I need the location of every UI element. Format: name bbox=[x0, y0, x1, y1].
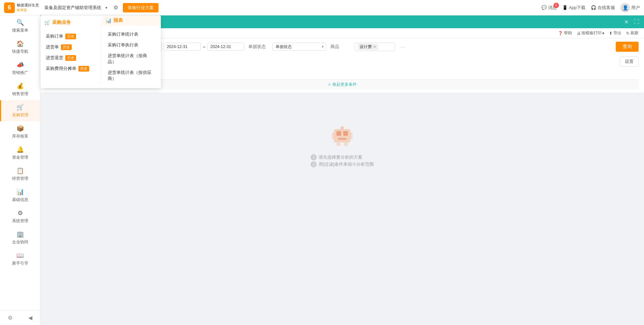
dropdown-item-incoming[interactable]: 进货单 历史 bbox=[44, 42, 95, 52]
empty-steps: 1 请先选择要分析的方案 2 用[过滤]条件来缩小分析范围 bbox=[311, 153, 373, 168]
print-btn[interactable]: 🖨 按模板打印 ▾ bbox=[577, 30, 604, 36]
print-dropdown-icon: ▾ bbox=[602, 31, 604, 36]
svg-rect-2 bbox=[343, 131, 348, 136]
sidebar-item-basic-info[interactable]: 📊 基础信息 bbox=[0, 185, 40, 206]
help-label: 帮助 bbox=[564, 30, 572, 36]
dropdown-item-incoming-stat-supplier[interactable]: 进货单统计表（按供应商） bbox=[106, 67, 157, 84]
goods-tag-text: 设计费 bbox=[360, 44, 372, 50]
incoming-history: 历史 bbox=[61, 44, 72, 50]
sidebar-item-marketing[interactable]: 📣 营销推广 bbox=[0, 58, 40, 79]
sidebar-item-system[interactable]: ⚙ 系统管理 bbox=[0, 206, 40, 227]
date-start-input[interactable] bbox=[164, 43, 201, 51]
toolbar-right: 查询 bbox=[616, 42, 639, 52]
svg-rect-1 bbox=[336, 131, 341, 136]
app-download-label: App下载 bbox=[569, 5, 585, 11]
purchase-icon: 🛒 bbox=[16, 104, 24, 111]
bill-status-select[interactable]: 单据状态 bbox=[273, 43, 326, 51]
purchase-dropdown: 🛒 采购业务 采购订单 历史 进货单 历史 进货退货 历史 采购费用分摊单 历史 bbox=[40, 15, 161, 88]
enterprise-icon: 🏢 bbox=[16, 231, 24, 238]
system-dropdown-btn[interactable]: ▾ bbox=[104, 5, 109, 11]
sidebar-item-sales[interactable]: 💰 销售管理 bbox=[0, 79, 40, 100]
report-menu-icon: 📊 bbox=[106, 18, 111, 23]
export-btn[interactable]: ⬆ 导出 bbox=[609, 30, 621, 36]
empty-illustration bbox=[327, 119, 357, 149]
dropdown-divider bbox=[101, 19, 101, 84]
header-center: 装备及固定资产辅助管理系统 ▾ ⚙ 体验行业方案 bbox=[44, 3, 541, 12]
capital-icon: 🔔 bbox=[16, 146, 24, 153]
empty-step-2-text: 用[过滤]条件来缩小分析范围 bbox=[319, 161, 373, 167]
purchase-order-label: 采购订单 bbox=[46, 33, 63, 39]
user-action[interactable]: 👤 用户 bbox=[620, 3, 640, 12]
empty-state: 1 请先选择要分析的方案 2 用[过滤]条件来缩小分析范围 bbox=[40, 93, 644, 194]
industry-btn[interactable]: 体验行业方案 bbox=[123, 3, 158, 12]
sidebar-item-operations[interactable]: 📋 经营管理 bbox=[0, 164, 40, 185]
message-badge: 6 bbox=[553, 3, 559, 8]
purchase-exec-label: 采购订单执行表 bbox=[108, 42, 138, 48]
dropdown-item-purchase-stat[interactable]: 采购订单统计表 bbox=[106, 29, 157, 40]
gear-btn[interactable]: ⚙ bbox=[111, 4, 120, 11]
svg-rect-7 bbox=[350, 132, 353, 139]
collapse-icon: ∧ bbox=[328, 82, 331, 87]
avatar: 👤 bbox=[620, 3, 630, 12]
purchase-order-history: 历史 bbox=[65, 34, 76, 39]
sidebar-label-guide: 新手引导 bbox=[12, 260, 28, 266]
active-bar bbox=[0, 100, 1, 121]
print-icon: 🖨 bbox=[577, 31, 581, 36]
sidebar-label-system: 系统管理 bbox=[12, 218, 28, 224]
inventory-icon: 📦 bbox=[16, 125, 24, 132]
phone-icon: 📱 bbox=[562, 5, 568, 10]
sidebar-item-quick-nav[interactable]: 🏠 快捷导航 bbox=[0, 37, 40, 58]
sidebar-settings-btn[interactable]: ⚙ bbox=[5, 313, 15, 322]
dropdown-item-incoming-stat-goods[interactable]: 进货单统计表（按商品） bbox=[106, 50, 157, 67]
sales-icon: 💰 bbox=[16, 82, 24, 90]
sidebar-item-enterprise[interactable]: 🏢 企业协同 bbox=[0, 227, 40, 248]
sidebar-item-inventory[interactable]: 📦 库存核算 bbox=[0, 121, 40, 143]
svg-rect-3 bbox=[338, 138, 347, 140]
sidebar-item-capital[interactable]: 🔔 资金管理 bbox=[0, 143, 40, 164]
sidebar-item-search[interactable]: 🔍 搜索菜单 bbox=[0, 15, 40, 37]
guide-icon: 📖 bbox=[16, 252, 24, 259]
svg-rect-0 bbox=[334, 129, 351, 143]
sidebar-label-quick-nav: 快捷导航 bbox=[12, 49, 28, 54]
report-menu-label: 报表 bbox=[113, 17, 123, 24]
dropdown-item-purchase-order[interactable]: 采购订单 历史 bbox=[44, 31, 95, 42]
goods-more-dots[interactable]: ··· bbox=[400, 44, 405, 49]
sidebar-item-guide[interactable]: 📖 新手引导 bbox=[0, 248, 40, 270]
settings-btn[interactable]: 设置 bbox=[620, 56, 639, 67]
dropdown-item-purchase-exec[interactable]: 采购订单执行表 bbox=[106, 40, 157, 50]
refresh-label: 刷新 bbox=[631, 30, 639, 36]
bill-status-label: 单据状态 bbox=[248, 44, 269, 50]
refresh-btn[interactable]: ↻ 刷新 bbox=[626, 30, 639, 36]
incoming-label: 进货单 bbox=[46, 44, 59, 50]
app-download-action[interactable]: 📱 App下载 bbox=[562, 5, 585, 11]
sidebar-collapse-btn[interactable]: ◀ bbox=[26, 313, 35, 322]
goods-tag-wrap: 设计费 ✕ bbox=[355, 43, 395, 51]
logo-text: 畅捷通好生意 bbox=[17, 3, 39, 7]
dropdown-columns: 🛒 采购业务 采购订单 历史 进货单 历史 进货退货 历史 采购费用分摊单 历史 bbox=[40, 19, 161, 84]
dropdown-item-cost-alloc[interactable]: 采购费用分摊单 历史 bbox=[44, 63, 95, 74]
cost-alloc-label: 采购费用分摊单 bbox=[46, 66, 76, 72]
sidebar-item-purchase[interactable]: 🛒 采购管理 bbox=[0, 100, 40, 121]
help-btn[interactable]: ❓ 帮助 bbox=[558, 30, 572, 36]
dropdown-col-report: 📊 报表 采购订单统计表 采购订单执行表 进货单统计表（按商品） 进货单统计表（… bbox=[102, 19, 161, 84]
bill-status-select-wrapper: 单据状态 ▾ bbox=[273, 43, 326, 51]
tab-expand-btn[interactable]: ⛶ bbox=[632, 18, 641, 26]
purchase-menu-icon: 🛒 bbox=[44, 20, 50, 25]
export-icon: ⬆ bbox=[609, 31, 612, 36]
marketing-icon: 📣 bbox=[16, 61, 24, 69]
sidebar-label-capital: 资金管理 bbox=[12, 155, 28, 160]
dropdown-item-return[interactable]: 进货退货 历史 bbox=[44, 52, 95, 63]
headset-icon: 🎧 bbox=[591, 5, 596, 10]
sidebar-label-marketing: 营销推广 bbox=[12, 70, 28, 76]
online-service-action[interactable]: 🎧 在线客服 bbox=[591, 5, 615, 11]
logo-icon: 6 bbox=[4, 2, 15, 13]
collapse-text: 收起更多条件 bbox=[332, 82, 357, 87]
svg-rect-6 bbox=[332, 132, 334, 139]
dropdown-col-purchase: 🛒 采购业务 采购订单 历史 进货单 历史 进货退货 历史 采购费用分摊单 历史 bbox=[40, 19, 99, 84]
message-action[interactable]: 💬 消息 6 bbox=[541, 5, 557, 11]
tab-close-all-btn[interactable]: ✕ bbox=[622, 18, 631, 26]
goods-tag-close[interactable]: ✕ bbox=[373, 45, 376, 49]
query-btn[interactable]: 查询 bbox=[616, 42, 639, 52]
empty-step-1-text: 请先选择要分析的方案 bbox=[319, 154, 362, 160]
date-end-input[interactable] bbox=[207, 43, 244, 51]
